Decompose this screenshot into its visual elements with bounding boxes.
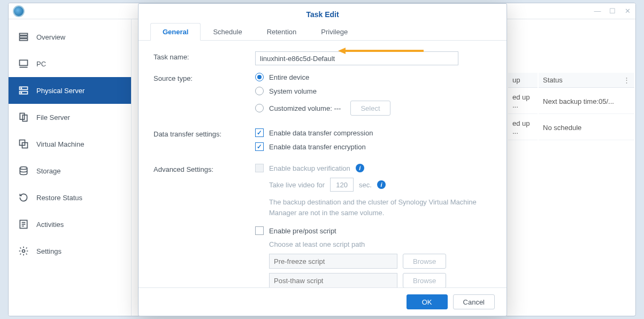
- tab-privilege[interactable]: Privilege: [309, 23, 360, 41]
- window-controls: — ☐ ✕: [594, 7, 631, 15]
- tab-retention[interactable]: Retention: [255, 23, 309, 41]
- pre-freeze-input: [269, 254, 397, 269]
- info-icon[interactable]: i: [356, 164, 364, 172]
- select-volume-button[interactable]: Select: [350, 101, 390, 116]
- radio-icon: [255, 104, 264, 112]
- svg-rect-1: [20, 36, 28, 37]
- sidebar-label: Physical Server: [36, 87, 85, 95]
- table-row[interactable]: ed up ... Next backup time:05/...: [508, 89, 634, 114]
- tab-general[interactable]: General: [150, 23, 201, 41]
- minimize-icon[interactable]: —: [594, 7, 601, 15]
- checkbox-icon: [255, 128, 264, 137]
- checkbox-icon: [255, 164, 264, 172]
- sidebar-item-file-server[interactable]: File Server: [9, 104, 131, 131]
- col-status[interactable]: Status⋮: [539, 73, 634, 88]
- svg-point-13: [20, 167, 27, 170]
- vm-icon: [18, 139, 29, 149]
- svg-rect-2: [20, 39, 28, 40]
- file-server-icon: [18, 112, 29, 123]
- server-icon: [18, 85, 29, 96]
- background-table: up Status⋮ ed up ... Next backup time:05…: [507, 72, 635, 141]
- col-up[interactable]: up: [508, 73, 538, 88]
- svg-rect-0: [20, 33, 28, 35]
- sidebar-label: Storage: [36, 167, 61, 175]
- gear-icon: [18, 246, 29, 256]
- sidebar-item-settings[interactable]: Settings: [9, 238, 131, 264]
- checkbox-icon: [255, 226, 264, 235]
- sidebar-item-virtual-machine[interactable]: Virtual Machine: [9, 131, 131, 157]
- sidebar-item-overview[interactable]: Overview: [9, 24, 131, 50]
- more-icon[interactable]: ⋮: [623, 76, 630, 84]
- task-edit-modal: Task Edit General Schedule Retention Pri…: [138, 3, 507, 316]
- modal-footer: OK Cancel: [139, 287, 507, 316]
- destination-note: The backup destination and the cluster o…: [255, 197, 492, 218]
- sidebar-item-storage[interactable]: Storage: [9, 157, 131, 184]
- data-transfer-label: Data transfer settings:: [154, 128, 255, 138]
- choose-script-note: Choose at least one script path: [255, 240, 492, 248]
- svg-point-18: [22, 250, 25, 253]
- svg-point-8: [21, 92, 22, 93]
- sidebar-label: Settings: [36, 247, 62, 255]
- sidebar-item-activities[interactable]: Activities: [9, 211, 131, 238]
- svg-rect-3: [20, 60, 28, 65]
- ok-button[interactable]: OK: [407, 294, 448, 309]
- radio-entire-device[interactable]: Entire device: [255, 73, 492, 81]
- checkbox-encryption[interactable]: Enable data transfer encryption: [255, 142, 492, 151]
- task-name-input[interactable]: [255, 51, 458, 65]
- modal-tabs: General Schedule Retention Privilege: [139, 23, 507, 41]
- app-logo-icon: [13, 5, 25, 17]
- checkbox-icon: [255, 142, 264, 151]
- sidebar-label: Virtual Machine: [36, 140, 84, 148]
- advanced-settings-label: Advanced Settings:: [154, 164, 255, 173]
- sidebar-label: Activities: [36, 221, 64, 229]
- restore-icon: [18, 192, 29, 203]
- tab-schedule[interactable]: Schedule: [201, 23, 254, 41]
- cancel-button[interactable]: Cancel: [453, 294, 495, 309]
- browse-pre-button: Browse: [403, 254, 446, 269]
- live-video-input: [330, 178, 354, 192]
- post-thaw-input: [269, 273, 397, 287]
- checkbox-compression[interactable]: Enable data transfer compression: [255, 128, 492, 137]
- table-row[interactable]: ed up ... No schedule: [508, 115, 634, 140]
- pc-icon: [18, 58, 29, 69]
- modal-body: Task name: Source type: Entire device Sy…: [139, 41, 507, 287]
- sidebar-label: Restore Status: [36, 194, 82, 202]
- close-icon[interactable]: ✕: [624, 7, 631, 15]
- radio-icon: [255, 87, 264, 95]
- activities-icon: [18, 219, 29, 230]
- source-type-label: Source type:: [154, 73, 255, 82]
- live-video-row: Take live video for sec. i: [255, 178, 492, 192]
- sidebar: Overview PC Physical Server File Server: [9, 19, 132, 316]
- radio-system-volume[interactable]: System volume: [255, 87, 492, 95]
- overview-icon: [18, 32, 29, 42]
- svg-point-7: [21, 88, 22, 89]
- sidebar-label: PC: [36, 60, 46, 68]
- checkbox-backup-verification: Enable backup verification i: [255, 164, 492, 172]
- radio-customized-volume[interactable]: Customized volume: --- Select: [255, 101, 492, 116]
- info-icon[interactable]: i: [377, 180, 386, 189]
- sidebar-item-pc[interactable]: PC: [9, 50, 131, 77]
- sidebar-label: File Server: [36, 113, 70, 121]
- maximize-icon[interactable]: ☐: [609, 7, 616, 15]
- radio-icon: [255, 73, 264, 81]
- task-name-label: Task name:: [154, 51, 255, 61]
- browse-post-button: Browse: [403, 273, 446, 287]
- checkbox-prepost-script[interactable]: Enable pre/post script: [255, 226, 492, 235]
- sidebar-label: Overview: [36, 33, 65, 41]
- sidebar-item-physical-server[interactable]: Physical Server: [9, 77, 131, 104]
- storage-icon: [18, 165, 29, 176]
- modal-title: Task Edit: [139, 4, 507, 23]
- sidebar-item-restore-status[interactable]: Restore Status: [9, 184, 131, 211]
